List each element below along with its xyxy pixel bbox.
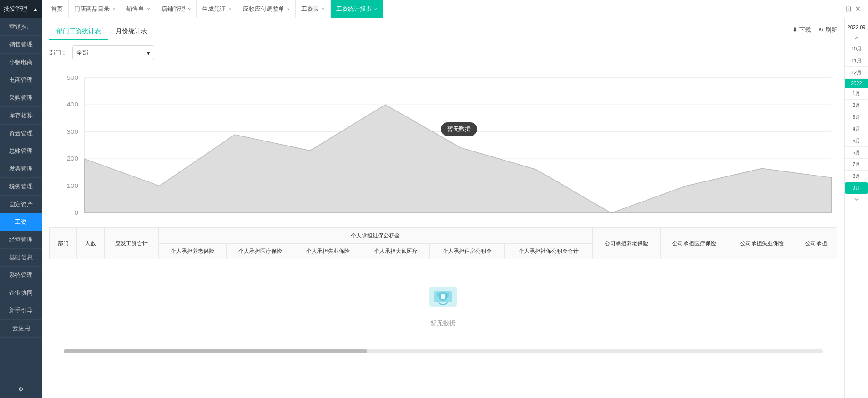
refresh-label: 刷新	[825, 26, 837, 34]
tab-home[interactable]: 首页	[45, 0, 69, 18]
th-company-pension: 公司承担养老保险	[592, 228, 660, 259]
download-button[interactable]: ⬇ 下载	[792, 26, 811, 34]
tab-store-catalog-close[interactable]: ×	[112, 6, 115, 12]
th-personal-pension: 个人承担养老保险	[159, 244, 227, 259]
tab-store-catalog[interactable]: 门店商品目录 ×	[69, 0, 121, 18]
tab-voucher-label: 生成凭证	[202, 5, 226, 13]
sidebar-item-gz[interactable]: 工资	[0, 213, 42, 231]
gear-icon: ⚙	[18, 386, 24, 393]
svg-text:300: 300	[66, 128, 78, 135]
cal-month-1[interactable]: 1月	[845, 88, 868, 100]
tab-shop-mgmt[interactable]: 店铺管理 ×	[156, 0, 197, 18]
th-personal-total: 个人承担社保公积金合计	[505, 244, 592, 259]
sidebar-item-kchs[interactable]: 库存核算	[0, 107, 42, 125]
restore-icon[interactable]: ⊡	[845, 5, 851, 13]
sidebar-header[interactable]: 批发管理 ▲	[0, 0, 42, 18]
sidebar-item-xtgl[interactable]: 系统管理	[0, 267, 42, 284]
th-personal-unemployment: 个人承担失业保险	[294, 244, 362, 259]
sidebar: 批发管理 ▲ 营销推广 销售管理 小畅电商 电商管理 采购管理 库存核算 资金管…	[0, 0, 42, 398]
sidebar-item-xpds[interactable]: 小畅电商	[0, 54, 42, 71]
chevron-down-icon: ▾	[147, 50, 150, 56]
tab-payroll-report-close[interactable]: ×	[374, 6, 377, 12]
tab-ap-adjust-label: 应收应付调整单	[243, 5, 284, 13]
main-area: 首页 门店商品目录 × 销售单 × 店铺管理 × 生成凭证 × 应收应付调整单 …	[42, 0, 868, 398]
scrollbar-thumb	[64, 349, 367, 353]
cal-nav-up[interactable]	[845, 33, 868, 43]
tab-sales-close[interactable]: ×	[147, 6, 150, 12]
cal-month-11[interactable]: 11月	[845, 55, 868, 67]
svg-text:500: 500	[66, 74, 78, 81]
page-main: 部门工资统计表 月份统计表 ⬇ 下载 ↻ 刷新 部门： 全部	[42, 18, 844, 398]
filter-bar: 部门： 全部 ▾	[42, 40, 844, 65]
cal-month-2[interactable]: 2月	[845, 100, 868, 111]
tab-store-catalog-label: 门店商品目录	[74, 5, 110, 13]
tab-sales[interactable]: 销售单 ×	[121, 0, 156, 18]
tab-shop-mgmt-close[interactable]: ×	[188, 6, 191, 12]
cal-month-7[interactable]: 7月	[845, 159, 868, 171]
th-count: 人数	[77, 228, 104, 259]
refresh-button[interactable]: ↻ 刷新	[818, 26, 837, 34]
tab-payroll-close[interactable]: ×	[322, 6, 324, 12]
sidebar-item-zzgl[interactable]: 总账管理	[0, 142, 42, 160]
svg-text:200: 200	[66, 156, 78, 162]
th-company-unemployment: 公司承担失业保险	[728, 228, 796, 259]
tab-voucher-close[interactable]: ×	[228, 6, 231, 12]
svg-text:100: 100	[66, 182, 78, 189]
sidebar-item-gdzc[interactable]: 固定资产	[0, 196, 42, 213]
close-all-icon[interactable]: ✕	[855, 5, 861, 13]
cal-nav-down[interactable]	[845, 194, 868, 204]
tab-ap-adjust[interactable]: 应收应付调整单 ×	[237, 0, 296, 18]
th-total-salary: 应发工资合计	[104, 228, 159, 259]
cal-month-3[interactable]: 3月	[845, 111, 868, 123]
sidebar-item-xsgl[interactable]: 销售管理	[0, 36, 42, 54]
th-personal-insurance-group: 个人承担社保公积金	[159, 228, 593, 244]
svg-text:400: 400	[66, 101, 78, 108]
empty-label: 暂无数据	[430, 319, 456, 327]
th-company-medical: 公司承担医疗保险	[660, 228, 728, 259]
sub-tab-dept[interactable]: 部门工资统计表	[49, 24, 108, 40]
download-icon: ⬇	[792, 26, 797, 33]
tab-bar: 首页 门店商品目录 × 销售单 × 店铺管理 × 生成凭证 × 应收应付调整单 …	[42, 0, 868, 18]
refresh-icon: ↻	[818, 26, 823, 33]
cal-year-2022: 2022	[845, 79, 868, 88]
horizontal-scrollbar[interactable]	[64, 349, 823, 353]
chart-container: 500 400 300 200 100 0 暂无数据	[42, 65, 844, 398]
sidebar-item-cggl[interactable]: 采购管理	[0, 89, 42, 107]
sub-tab-bar: 部门工资统计表 月份统计表 ⬇ 下载 ↻ 刷新	[42, 18, 844, 40]
cal-month-4[interactable]: 4月	[845, 123, 868, 135]
cal-month-5[interactable]: 5月	[845, 135, 868, 147]
dept-filter-select[interactable]: 全部 ▾	[72, 45, 154, 60]
data-table: 部门 人数 应发工资合计 个人承担社保公积金 公司承担养老保险 公司承担医疗保险…	[49, 228, 837, 259]
sidebar-item-yxtt[interactable]: 营销推广	[0, 18, 42, 36]
sidebar-item-qyxt[interactable]: 企业协同	[0, 284, 42, 302]
chevron-up-icon	[853, 35, 860, 41]
tab-bar-end: ⊡ ✕	[845, 5, 864, 13]
th-company-other: 公司承担	[796, 228, 837, 259]
cal-month-6[interactable]: 6月	[845, 147, 868, 159]
svg-rect-17	[441, 294, 445, 299]
sidebar-item-fpgl[interactable]: 发票管理	[0, 160, 42, 178]
cal-month-12[interactable]: 12月	[845, 67, 868, 79]
sidebar-item-zjgl[interactable]: 资金管理	[0, 125, 42, 142]
empty-illustration	[425, 277, 461, 314]
svg-text:0: 0	[75, 210, 79, 216]
cal-month-9[interactable]: 9月	[845, 182, 868, 194]
cal-month-8[interactable]: 8月	[845, 171, 868, 182]
chevron-down-icon	[853, 196, 860, 202]
tab-payroll[interactable]: 工资表 ×	[296, 0, 330, 18]
cal-month-10[interactable]: 10月	[845, 43, 868, 55]
sidebar-item-jcxx[interactable]: 基础信息	[0, 249, 42, 267]
sidebar-item-xsyd[interactable]: 新手引导	[0, 302, 42, 320]
right-sidebar: 2022.09 10月 11月 12月 2022 1月 2月 3月 4月 5月 …	[844, 18, 868, 398]
settings-button[interactable]: ⚙	[0, 380, 42, 398]
sub-tab-month[interactable]: 月份统计表	[108, 24, 155, 40]
sidebar-item-dsgl[interactable]: 电商管理	[0, 71, 42, 89]
sidebar-item-swgl[interactable]: 税务管理	[0, 178, 42, 196]
tab-ap-adjust-close[interactable]: ×	[287, 6, 290, 12]
sidebar-item-yyyp[interactable]: 云应用	[0, 320, 42, 338]
table-container: 部门 人数 应发工资合计 个人承担社保公积金 公司承担养老保险 公司承担医疗保险…	[49, 227, 837, 358]
chart-no-data-tooltip: 暂无数据	[441, 122, 477, 136]
tab-payroll-report[interactable]: 工资统计报表 ×	[331, 0, 383, 18]
tab-voucher[interactable]: 生成凭证 ×	[197, 0, 237, 18]
sidebar-item-jygl[interactable]: 经营管理	[0, 231, 42, 249]
